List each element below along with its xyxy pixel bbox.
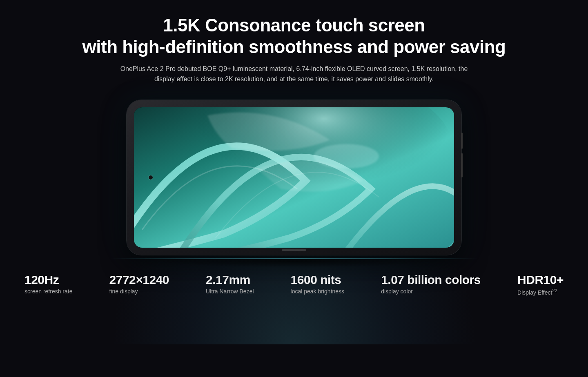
- phone-bottom-detail: [282, 249, 306, 251]
- spec-item-refresh: 120Hz screen refresh rate: [24, 273, 73, 295]
- phone-screen: [134, 107, 454, 248]
- spec-value-resolution: 2772×1240: [109, 273, 169, 286]
- phone-outer: [127, 96, 461, 259]
- spec-label-colors: display color: [381, 288, 413, 295]
- main-content: 1.5K Consonance touch screen with high-d…: [0, 0, 588, 295]
- spec-label-resolution: fine display: [109, 288, 138, 295]
- svg-point-2: [314, 144, 379, 169]
- spec-value-brightness: 1600 nits: [291, 273, 341, 286]
- spec-item-resolution: 2772×1240 fine display: [109, 273, 169, 295]
- phone-body: [127, 100, 461, 255]
- superscript-22: 22: [552, 288, 557, 293]
- screen-graphic: [134, 107, 454, 248]
- header-section: 1.5K Consonance touch screen with high-d…: [82, 0, 506, 88]
- spec-value-colors: 1.07 billion colors: [381, 273, 481, 286]
- spec-label-bezel: Ultra Narrow Bezel: [206, 288, 254, 295]
- spec-item-bezel: 2.17mm Ultra Narrow Bezel: [206, 273, 254, 295]
- phone-side-button-top: [461, 133, 463, 149]
- subtitle-text: OnePlus Ace 2 Pro debuted BOE Q9+ lumine…: [110, 64, 478, 84]
- spec-label-hdr: Display Effect22: [517, 288, 557, 296]
- title-line2: with high-definition smoothness and powe…: [82, 37, 506, 57]
- phone-side-button-bottom: [461, 153, 463, 177]
- spec-value-refresh: 120Hz: [24, 273, 59, 286]
- spec-value-hdr: HDR10+: [517, 273, 564, 286]
- camera-hole: [149, 175, 153, 180]
- spec-label-refresh: screen refresh rate: [24, 288, 73, 295]
- floor-glow: [110, 258, 478, 259]
- spec-item-hdr: HDR10+ Display Effect22: [517, 273, 564, 296]
- spec-item-brightness: 1600 nits local peak brightness: [291, 273, 345, 295]
- phone-section: [127, 96, 461, 259]
- main-title: 1.5K Consonance touch screen with high-d…: [82, 15, 506, 58]
- specs-bar: 120Hz screen refresh rate 2772×1240 fine…: [0, 263, 588, 296]
- title-line1: 1.5K Consonance touch screen: [163, 15, 425, 35]
- page-wrapper: 1.5K Consonance touch screen with high-d…: [0, 0, 588, 377]
- spec-label-brightness: local peak brightness: [291, 288, 345, 295]
- phone-shadow: [151, 255, 437, 267]
- spec-item-colors: 1.07 billion colors display color: [381, 273, 481, 295]
- spec-value-bezel: 2.17mm: [206, 273, 250, 286]
